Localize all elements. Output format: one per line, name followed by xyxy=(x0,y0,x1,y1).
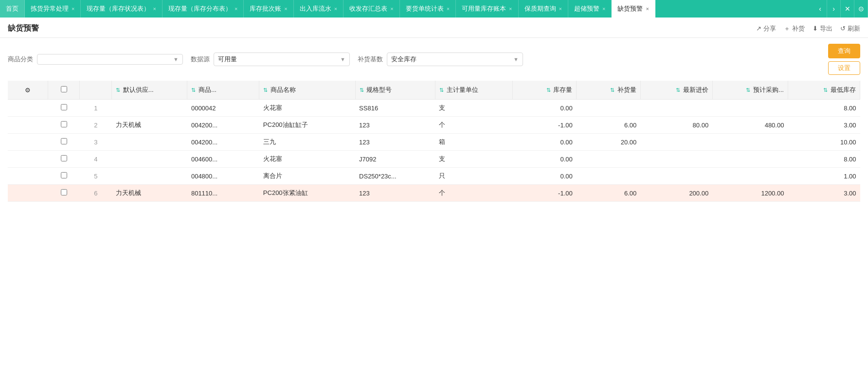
row-settings-2 xyxy=(8,134,48,151)
category-label: 商品分类 xyxy=(8,55,33,64)
category-select[interactable]: ▼ xyxy=(37,54,183,65)
tab-close-overstock[interactable]: × xyxy=(602,6,605,12)
replenish-button[interactable]: ＋ 补货 xyxy=(784,24,805,33)
row-checkbox-1[interactable] xyxy=(61,121,67,127)
row-check-5[interactable] xyxy=(48,185,80,202)
tab-close-abnormal[interactable]: × xyxy=(72,6,74,12)
tab-available-ledger[interactable]: 可用量库存账本× xyxy=(456,0,518,18)
row-supplier-1: 力天机械 xyxy=(112,117,187,134)
row-replenish-3 xyxy=(577,151,640,168)
row-forecast-5: 1200.00 xyxy=(712,185,788,202)
tab-shortage[interactable]: 缺货预警× xyxy=(612,0,655,18)
row-check-4[interactable] xyxy=(48,168,80,185)
row-replenish-4 xyxy=(577,168,640,185)
table-row: 5 004800... 离合片 DS250*23c... 只 0.00 1.00 xyxy=(8,168,860,185)
tab-close-button[interactable]: ✕ xyxy=(841,0,854,18)
row-stock-4: 0.00 xyxy=(512,168,576,185)
row-supplier-2 xyxy=(112,134,187,151)
stock-sort-icon: ⇅ xyxy=(546,87,551,93)
replenish-base-select[interactable]: 安全库存 ▼ xyxy=(387,53,523,66)
tab-close-stock-status[interactable]: × xyxy=(153,6,156,12)
row-unit-3: 支 xyxy=(435,151,512,168)
row-checkbox-3[interactable] xyxy=(61,155,67,161)
select-all-checkbox[interactable] xyxy=(61,86,67,92)
tab-overstock[interactable]: 超储预警× xyxy=(568,0,612,18)
row-checkbox-5[interactable] xyxy=(61,189,67,195)
row-forecast-0 xyxy=(712,100,788,117)
replenish-base-label: 补货基数 xyxy=(358,55,383,64)
share-icon: ↗ xyxy=(756,25,761,32)
refresh-button[interactable]: ↺ 刷新 xyxy=(840,24,860,33)
tab-close-available-ledger[interactable]: × xyxy=(509,6,512,12)
col-min-stock[interactable]: ⇅ 最低库存 xyxy=(788,81,860,100)
tab-stock-status[interactable]: 现存量（库存状况表）× xyxy=(81,0,162,18)
tab-close-expiry[interactable]: × xyxy=(559,6,562,12)
row-code-2: 004200... xyxy=(187,134,259,151)
tab-prev-button[interactable]: ‹ xyxy=(814,0,827,18)
settings-button[interactable]: 设置 xyxy=(828,61,860,75)
datasource-filter-group: 数据源 可用量 ▼ xyxy=(191,53,350,66)
row-unit-2: 箱 xyxy=(435,134,512,151)
tab-collect-total[interactable]: 收发存汇总表× xyxy=(344,0,399,18)
col-stock[interactable]: ⇅ 库存量 xyxy=(512,81,576,100)
table-container: ⚙ ⇅ 默认供应... ⇅ 商品... ⇅ xyxy=(0,81,868,202)
row-checkbox-4[interactable] xyxy=(61,172,67,178)
row-check-0[interactable] xyxy=(48,100,80,117)
col-name[interactable]: ⇅ 商品名称 xyxy=(259,81,355,100)
col-unit[interactable]: ⇅ 主计量单位 xyxy=(435,81,512,100)
row-latest-price-2 xyxy=(640,134,712,151)
tab-order-stats[interactable]: 要货单统计表× xyxy=(400,0,456,18)
row-checkbox-2[interactable] xyxy=(61,138,67,144)
col-code[interactable]: ⇅ 商品... xyxy=(187,81,259,100)
row-min-stock-3: 8.00 xyxy=(788,151,860,168)
col-latest-price[interactable]: ⇅ 最新进价 xyxy=(640,81,712,100)
tab-fullscreen-button[interactable]: ⊝ xyxy=(854,0,868,18)
gear-icon[interactable]: ⚙ xyxy=(25,87,31,94)
col-replenish[interactable]: ⇅ 补货量 xyxy=(577,81,640,100)
export-button[interactable]: ⬇ 导出 xyxy=(813,24,832,33)
table-body: 1 0000042 火花塞 SS816 支 0.00 8.00 2 力天机械 0… xyxy=(8,100,860,202)
tab-inout-flow[interactable]: 出入库流水× xyxy=(294,0,344,18)
table-row: 1 0000042 火花塞 SS816 支 0.00 8.00 xyxy=(8,100,860,117)
tab-close-shortage[interactable]: × xyxy=(646,6,649,12)
datasource-select[interactable]: 可用量 ▼ xyxy=(214,53,350,66)
row-checkbox-0[interactable] xyxy=(61,104,67,110)
row-spec-1: 123 xyxy=(355,117,435,134)
col-settings[interactable]: ⚙ xyxy=(8,81,48,100)
row-settings-4 xyxy=(8,168,48,185)
forecast-sort-icon: ⇅ xyxy=(746,87,750,93)
tab-expiry[interactable]: 保质期查询× xyxy=(519,0,568,18)
table-row: 2 力天机械 004200... PC200油缸缸子 123 个 -1.00 6… xyxy=(8,117,860,134)
page-title: 缺货预警 xyxy=(8,23,39,34)
tab-next-button[interactable]: › xyxy=(827,0,841,18)
row-code-3: 004600... xyxy=(187,151,259,168)
row-num-4: 5 xyxy=(80,168,112,185)
tab-abnormal[interactable]: 拣货异常处理× xyxy=(25,0,81,18)
col-supplier[interactable]: ⇅ 默认供应... xyxy=(112,81,187,100)
tab-home[interactable]: 首页 xyxy=(0,0,25,18)
row-supplier-4 xyxy=(112,168,187,185)
category-arrow-icon: ▼ xyxy=(173,56,179,62)
tab-stock-dist[interactable]: 现存量（库存分布表）× xyxy=(163,0,244,18)
tab-close-order-stats[interactable]: × xyxy=(447,6,450,12)
tab-close-collect-total[interactable]: × xyxy=(390,6,393,12)
row-settings-5 xyxy=(8,185,48,202)
row-check-1[interactable] xyxy=(48,117,80,134)
row-spec-4: DS250*23c... xyxy=(355,168,435,185)
tab-close-stock-dist[interactable]: × xyxy=(235,6,237,12)
row-name-3: 火花塞 xyxy=(259,151,355,168)
tab-batch[interactable]: 库存批次账× xyxy=(244,0,293,18)
col-forecast[interactable]: ⇅ 预计采购... xyxy=(712,81,788,100)
row-check-2[interactable] xyxy=(48,134,80,151)
share-button[interactable]: ↗ 分享 xyxy=(756,24,776,33)
row-check-3[interactable] xyxy=(48,151,80,168)
row-settings-0 xyxy=(8,100,48,117)
table-row: 6 力天机械 801110... PC200张紧油缸 123 个 -1.00 6… xyxy=(8,185,860,202)
tab-close-batch[interactable]: × xyxy=(284,6,287,12)
query-button[interactable]: 查询 xyxy=(828,44,860,58)
row-spec-0: SS816 xyxy=(355,100,435,117)
supplier-sort-icon: ⇅ xyxy=(116,87,120,93)
col-spec[interactable]: ⇅ 规格型号 xyxy=(355,81,435,100)
tab-bar: 首页拣货异常处理×现存量（库存状况表）×现存量（库存分布表）×库存批次账×出入库… xyxy=(0,0,868,18)
tab-close-inout-flow[interactable]: × xyxy=(334,6,337,12)
